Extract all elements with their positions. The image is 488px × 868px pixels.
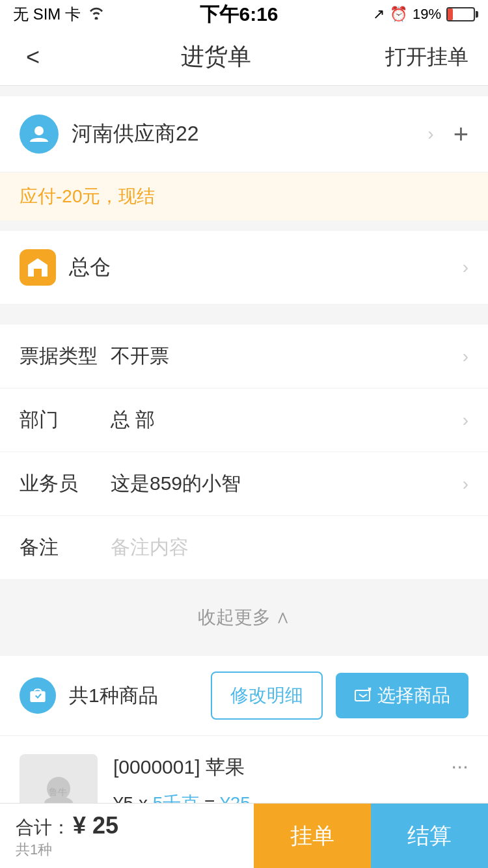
total-count: 共1种 (16, 840, 238, 860)
select-product-label: 选择商品 (377, 683, 450, 708)
invoice-label: 票据类型 (20, 343, 98, 370)
remark-value[interactable]: 备注内容 (111, 534, 468, 561)
warehouse-row[interactable]: 总仓 › (0, 231, 488, 304)
dept-label: 部门 (20, 407, 98, 433)
invoice-chevron-icon: › (463, 346, 468, 367)
warehouse-section: 总仓 › (0, 231, 488, 304)
remark-row[interactable]: 备注 备注内容 (0, 516, 488, 579)
total-section: 合计： ¥ 25 共1种 (0, 804, 254, 868)
nav-bar: < 进货单 打开挂单 (0, 29, 488, 86)
supplier-avatar (20, 115, 59, 154)
dept-row[interactable]: 部门 总 部 › (0, 388, 488, 452)
add-supplier-button[interactable]: + (454, 120, 468, 149)
salesman-label: 业务员 (20, 470, 98, 497)
total-amount: ¥ 25 (73, 812, 118, 839)
pending-button[interactable]: 挂单 (254, 804, 371, 868)
battery-icon (446, 7, 475, 21)
svg-point-0 (34, 126, 44, 135)
form-section: 票据类型 不开票 › 部门 总 部 › 业务员 这是859的小智 › 备注 备注… (0, 325, 488, 579)
total-label: 合计： (16, 815, 70, 840)
remark-label: 备注 (20, 534, 98, 561)
warehouse-icon (20, 249, 56, 286)
supplier-name: 河南供应商22 (72, 120, 427, 148)
status-bar: 无 SIM 卡 下午6:16 ↗ ⏰ 19% (0, 0, 488, 29)
dept-chevron-icon: › (463, 410, 468, 431)
carrier-label: 无 SIM 卡 (13, 4, 81, 25)
status-left: 无 SIM 卡 (13, 4, 105, 25)
salesman-chevron-icon: › (463, 474, 468, 495)
products-icon (20, 677, 56, 714)
svg-rect-4 (355, 690, 370, 701)
invoice-row[interactable]: 票据类型 不开票 › (0, 325, 488, 388)
product-more-button[interactable]: ··· (441, 754, 468, 778)
products-header: 共1种商品 修改明细 选择商品 (0, 656, 488, 736)
back-button[interactable]: < (20, 37, 46, 77)
dept-value: 总 部 (111, 407, 463, 433)
open-pending-button[interactable]: 打开挂单 (385, 43, 468, 72)
collapse-button[interactable]: 收起更多 ∧ (0, 590, 488, 645)
invoice-value: 不开票 (111, 343, 463, 370)
supplier-chevron-icon: › (427, 124, 433, 144)
bottom-bar: 合计： ¥ 25 共1种 挂单 结算 (0, 803, 488, 868)
warehouse-chevron-icon: › (463, 257, 468, 278)
svg-point-2 (36, 262, 40, 266)
product-name: [0000001] 苹果 (113, 754, 441, 781)
battery-percent: 19% (413, 6, 441, 23)
location-icon: ↗ (373, 6, 385, 23)
select-product-button[interactable]: 选择商品 (336, 673, 468, 718)
alarm-icon: ⏰ (390, 6, 407, 23)
warehouse-name: 总仓 (69, 253, 463, 282)
page-title: 进货单 (181, 41, 251, 73)
supplier-row[interactable]: 河南供应商22 › + (0, 96, 488, 172)
svg-rect-1 (34, 269, 42, 277)
svg-text:鲁牛: 鲁牛 (49, 787, 67, 797)
supplier-alert: 应付-20元，现结 (0, 172, 488, 221)
salesman-value: 这是859的小智 (111, 470, 463, 497)
products-count: 共1种商品 (69, 683, 211, 709)
settle-button[interactable]: 结算 (371, 804, 488, 868)
edit-detail-button[interactable]: 修改明细 (211, 671, 323, 720)
supplier-section: 河南供应商22 › + 应付-20元，现结 (0, 96, 488, 221)
salesman-row[interactable]: 业务员 这是859的小智 › (0, 452, 488, 516)
status-right: ↗ ⏰ 19% (373, 6, 475, 23)
svg-rect-3 (30, 691, 45, 702)
time-label: 下午6:16 (200, 1, 278, 28)
wifi-icon (87, 5, 105, 23)
